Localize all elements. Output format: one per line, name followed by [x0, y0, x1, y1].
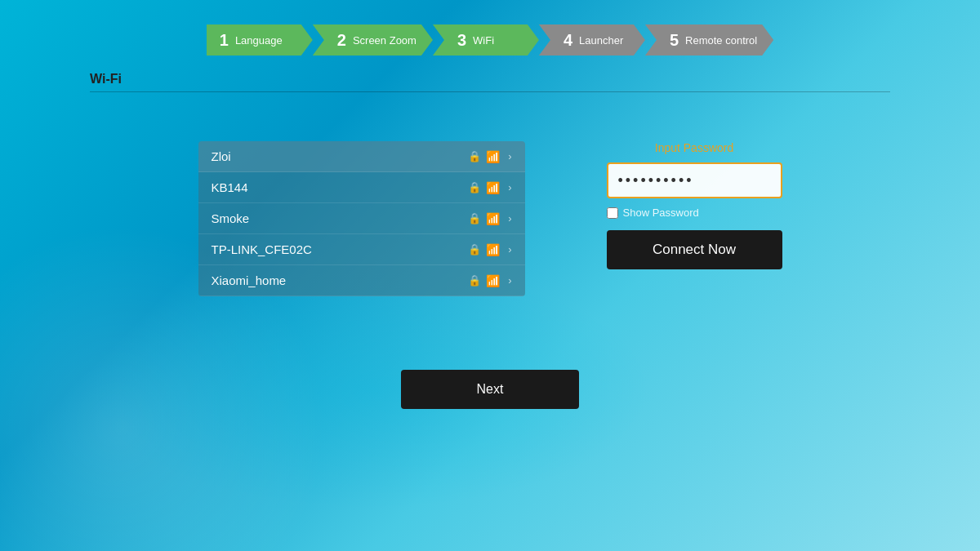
show-password-row: Show Password — [607, 207, 699, 219]
lock-icon-kb144: 🔒 — [468, 181, 481, 193]
section-title: Wi-Fi — [90, 72, 890, 92]
wifi-name-tplink: TP-LINK_CFE02C — [212, 242, 469, 256]
show-password-checkbox[interactable] — [607, 207, 618, 219]
connect-now-button[interactable]: Connect Now — [607, 230, 782, 269]
step-5-number: 5 — [670, 31, 679, 50]
wifi-item-tplink[interactable]: TP-LINK_CFE02C 🔒 📶 › — [198, 234, 525, 265]
step-5[interactable]: 5 Remote control — [645, 24, 773, 56]
step-1-label: Language — [235, 34, 283, 47]
wifi-item-zloi[interactable]: Zloi 🔒 📶 › — [198, 141, 525, 172]
wifi-item-xiaomi[interactable]: Xiaomi_home 🔒 📶 › — [198, 265, 525, 296]
wifi-signal-icon-kb144: 📶 — [486, 181, 500, 194]
step-5-label: Remote control — [685, 34, 757, 47]
wifi-signal-icon-tplink: 📶 — [486, 243, 500, 256]
lock-icon: 🔒 — [468, 150, 481, 162]
step-2-number: 2 — [337, 31, 346, 50]
chevron-right-icon: › — [508, 150, 511, 162]
wifi-signal-icon-smoke: 📶 — [486, 212, 500, 225]
wifi-signal-icon-xiaomi: 📶 — [486, 274, 500, 287]
password-panel: Input Password Show Password Connect Now — [607, 141, 782, 269]
step-3-number: 3 — [457, 31, 466, 50]
wifi-icons-zloi: 🔒 📶 › — [468, 150, 511, 163]
step-3-label: WiFi — [473, 34, 494, 47]
step-2-label: Screen Zoom — [353, 34, 416, 47]
chevron-right-icon-kb144: › — [508, 181, 511, 193]
step-4-label: Launcher — [579, 34, 623, 47]
step-1-number: 1 — [220, 31, 229, 50]
step-4-number: 4 — [564, 31, 572, 50]
wifi-icons-kb144: 🔒 📶 › — [468, 181, 511, 194]
next-btn-container: Next — [0, 370, 980, 409]
step-3[interactable]: 3 WiFi — [433, 24, 539, 56]
wifi-icons-tplink: 🔒 📶 › — [468, 243, 511, 256]
wifi-name-zloi: Zloi — [212, 149, 469, 163]
chevron-right-icon-xiaomi: › — [508, 274, 511, 287]
step-2[interactable]: 2 Screen Zoom — [313, 24, 433, 56]
wifi-icons-xiaomi: 🔒 📶 › — [468, 274, 511, 287]
stepper: 1 Language 2 Screen Zoom 3 WiFi 4 Launch… — [0, 0, 980, 56]
show-password-label[interactable]: Show Password — [623, 207, 699, 219]
content-area: Zloi 🔒 📶 › KB144 🔒 📶 › Smoke 🔒 — [0, 141, 980, 296]
wifi-item-kb144[interactable]: KB144 🔒 📶 › — [198, 172, 525, 203]
password-label: Input Password — [655, 141, 734, 154]
lock-icon-smoke: 🔒 — [468, 212, 481, 224]
wifi-item-smoke[interactable]: Smoke 🔒 📶 › — [198, 203, 525, 234]
wifi-name-smoke: Smoke — [212, 211, 469, 225]
lock-icon-xiaomi: 🔒 — [468, 274, 481, 287]
wifi-name-xiaomi: Xiaomi_home — [212, 273, 469, 287]
wifi-list: Zloi 🔒 📶 › KB144 🔒 📶 › Smoke 🔒 — [198, 141, 525, 296]
chevron-right-icon-smoke: › — [508, 212, 511, 224]
wifi-icons-smoke: 🔒 📶 › — [468, 212, 511, 225]
main-container: 1 Language 2 Screen Zoom 3 WiFi 4 Launch… — [0, 0, 980, 551]
wifi-signal-icon: 📶 — [486, 150, 500, 163]
step-4[interactable]: 4 Launcher — [539, 24, 645, 56]
wifi-name-kb144: KB144 — [212, 180, 469, 194]
lock-icon-tplink: 🔒 — [468, 243, 481, 256]
next-button[interactable]: Next — [401, 370, 579, 409]
chevron-right-icon-tplink: › — [508, 243, 511, 256]
step-1[interactable]: 1 Language — [207, 24, 313, 56]
password-input[interactable] — [607, 162, 782, 198]
